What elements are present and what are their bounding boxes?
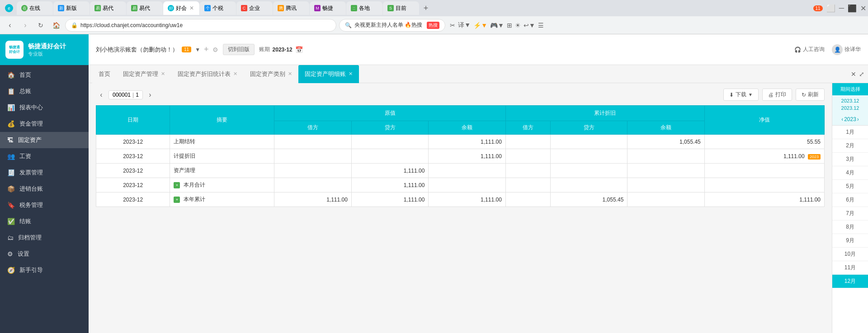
refresh-button[interactable]: ↻ 刷新 (796, 89, 825, 101)
sidebar-item-report[interactable]: 📊 报表中心 (0, 99, 89, 116)
month-5[interactable]: 5月 (832, 180, 868, 193)
tab-fixed-asset-detail[interactable]: 固定资产明细账 ✕ (298, 65, 359, 83)
sidebar-item-fixed-asset[interactable]: 🏗 固定资产 (0, 132, 89, 148)
tab-label: 在线 (29, 5, 40, 12)
tab-close-icon[interactable]: ✕ (349, 71, 353, 77)
month-12[interactable]: 12月 (832, 275, 868, 288)
tab-易代2[interactable]: 易 易代 (127, 1, 163, 15)
search-bar[interactable]: 🔍 央视更新主持人名单 🔥热搜 热搜 (339, 19, 445, 32)
tab-个税[interactable]: 个 个税 (200, 1, 236, 15)
fixed-asset-table: 日期 摘要 原值 累计折旧 净值 借方 贷方 余额 借方 贷方 余额 (96, 105, 825, 207)
address-url: https://cloud.chanjet.com/accounting/uw1… (80, 22, 183, 28)
cell-net-value: 55.55 (704, 135, 824, 149)
next-page-button[interactable]: › (145, 89, 156, 100)
cell-credit1: 1,111.00 (351, 192, 428, 207)
tab-close-icon[interactable]: ✕ (161, 71, 165, 77)
chevron-right-icon[interactable]: › (857, 116, 859, 122)
print-button[interactable]: 🖨 打印 (762, 89, 792, 101)
dropdown-icon[interactable]: ▼ (195, 47, 200, 53)
settings-button[interactable]: ⚙ (212, 46, 218, 53)
chevron-left-icon[interactable]: ‹ (841, 116, 843, 122)
sidebar-label: 新手引导 (19, 266, 43, 274)
month-4[interactable]: 4月 (832, 166, 868, 180)
maximize-icon[interactable]: ⬛ (848, 4, 857, 13)
cell-summary: + 本年累计 (170, 192, 274, 207)
user-button[interactable]: 👤 徐译华 (832, 44, 861, 55)
tab-close-icon[interactable]: ✕ (233, 71, 237, 77)
tab-home[interactable]: 首页 (92, 65, 117, 83)
tab-add-button[interactable]: + (420, 2, 432, 14)
download-button[interactable]: ⬇ 下载 ▼ (723, 89, 759, 101)
month-3[interactable]: 3月 (832, 153, 868, 166)
fullscreen-icon[interactable]: ⤢ (859, 70, 864, 78)
restore-icon[interactable]: ⬜ (826, 4, 835, 13)
month-11[interactable]: 11月 (832, 261, 868, 275)
calendar-icon[interactable]: 📅 (295, 46, 303, 53)
tab-fixed-asset-mgmt[interactable]: 固定资产管理 ✕ (117, 65, 171, 83)
sidebar-item-closing[interactable]: ✅ 结账 (0, 213, 89, 230)
month-10[interactable]: 10月 (832, 248, 868, 261)
tab-企业[interactable]: C 企业 (236, 1, 273, 15)
tab-在线[interactable]: 在 在线 (17, 1, 53, 15)
help-button[interactable]: 🎧 人工咨询 (794, 46, 825, 53)
sidebar-label: 首页 (19, 71, 31, 79)
tab-好会[interactable]: 好 好会 ✕ (163, 1, 199, 15)
translate-icon[interactable]: 译▼ (458, 21, 471, 29)
period-year-selector[interactable]: ‹ 2023 › (832, 113, 868, 126)
settings-icon: ⚙ (7, 250, 13, 258)
reload-button[interactable]: ↻ (34, 19, 47, 32)
cell-balance1 (429, 178, 505, 192)
sidebar-item-salary[interactable]: 👥 工资 (0, 148, 89, 164)
minimize-icon[interactable]: ─ (839, 4, 844, 12)
tab-腾讯[interactable]: 腾 腾讯 (273, 1, 309, 15)
tab-新版[interactable]: 新 新版 (53, 1, 90, 15)
address-input[interactable]: 🔒 https://cloud.chanjet.com/accounting/u… (65, 19, 336, 32)
tab-目前[interactable]: S 目前 (383, 1, 419, 15)
undo-icon[interactable]: ↩▼ (524, 22, 535, 29)
sidebar-item-fund[interactable]: 💰 资金管理 (0, 116, 89, 132)
home-button[interactable]: 🏠 (50, 19, 62, 32)
prev-page-button[interactable]: ‹ (96, 89, 107, 100)
sidebar-item-guide[interactable]: 🧭 新手引导 (0, 262, 89, 278)
sidebar-item-tax[interactable]: 🔖 税务管理 (0, 197, 89, 213)
ledger-icon: 📋 (7, 88, 15, 95)
page-indicator[interactable]: 000001 | 1 (108, 90, 143, 99)
grid-icon[interactable]: ⊞ (507, 22, 512, 29)
cell-credit2 (550, 149, 627, 164)
cell-debit1 (274, 178, 351, 192)
sidebar-item-archive[interactable]: 🗂 归档管理 (0, 230, 89, 246)
tab-畅捷[interactable]: M 畅捷 (310, 1, 346, 15)
game-icon[interactable]: 🎮▼ (490, 22, 504, 29)
tab-各地[interactable]: :: 各地 (346, 1, 382, 15)
month-9[interactable]: 9月 (832, 234, 868, 248)
scissors-icon[interactable]: ✂ (450, 22, 455, 29)
table-row: 2023-12 资产清理 1,111.00 (96, 164, 825, 178)
sidebar-item-settings[interactable]: ⚙ 设置 (0, 246, 89, 262)
sidebar-item-invoice[interactable]: 🧾 发票管理 (0, 164, 89, 181)
month-6[interactable]: 6月 (832, 193, 868, 207)
shield-icon[interactable]: ⚡▼ (473, 22, 487, 29)
sidebar-label: 发票管理 (19, 169, 43, 177)
month-1[interactable]: 1月 (832, 126, 868, 139)
tab-fixed-asset-depreciation[interactable]: 固定资产折旧统计表 ✕ (171, 65, 244, 83)
brightness-icon[interactable]: ☀ (515, 22, 521, 29)
sidebar-item-inventory[interactable]: 📦 进销台账 (0, 181, 89, 197)
tab-close-icon[interactable]: ✕ (189, 5, 194, 11)
cell-summary: 资产清理 (170, 164, 274, 178)
switch-version-button[interactable]: 切到旧版 (223, 44, 255, 55)
collapse-icon[interactable]: ✕ (851, 70, 856, 78)
tab-close-icon[interactable]: ✕ (288, 71, 292, 77)
month-7[interactable]: 7月 (832, 207, 868, 220)
tab-易代1[interactable]: 易 易代 (90, 1, 126, 15)
forward-button[interactable]: › (19, 19, 32, 32)
browser-frame: e 在 在线 新 新版 易 易代 易 易代 好 好会 ✕ 个 个税 C (0, 0, 868, 34)
sidebar-item-home[interactable]: 🏠 首页 (0, 67, 89, 83)
close-browser-icon[interactable]: ✕ (860, 4, 866, 13)
tab-fixed-asset-category[interactable]: 固定资产类别 ✕ (244, 65, 298, 83)
month-8[interactable]: 8月 (832, 220, 868, 234)
month-2[interactable]: 2月 (832, 139, 868, 153)
sidebar-item-ledger[interactable]: 📋 总账 (0, 83, 89, 99)
back-button[interactable]: ‹ (4, 19, 16, 32)
add-account-button[interactable]: + (204, 45, 209, 54)
menu-icon[interactable]: ☰ (538, 22, 544, 29)
